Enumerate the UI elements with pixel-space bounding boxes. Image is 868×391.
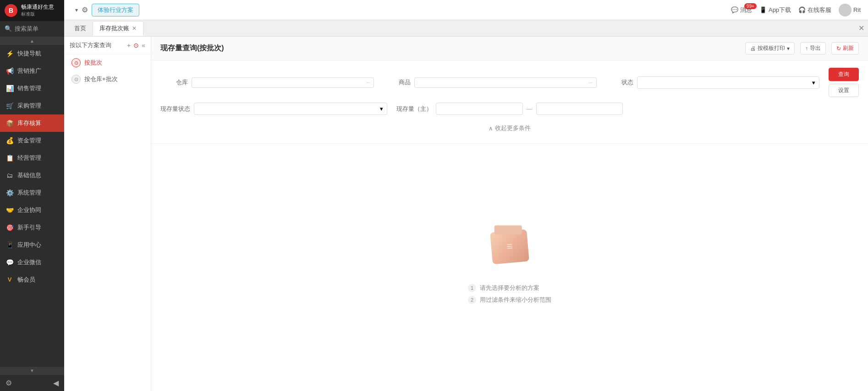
search-row-1: 仓库 ··· 商品 ··· [160,68,859,97]
sidebar-item-appstore[interactable]: 📱 应用中心 [0,236,64,254]
product-field: 商品 ··· [383,77,597,88]
settings-btn[interactable]: 设置 [829,84,859,97]
filter-item-by-warehouse-batch[interactable]: ⊙ 按仓库+批次 [64,71,151,87]
message-btn[interactable]: 💬 消息 99+ [731,6,752,14]
empty-tip-2: 2 用过滤条件来缩小分析范围 [468,296,551,304]
panel-close-btn[interactable]: ✕ [858,24,864,33]
app-download-btn[interactable]: 📱 App下载 [759,6,791,14]
newbie-icon: 🎯 [5,223,14,232]
sidebar-item-label: 资金管理 [17,136,41,145]
sidebar-item-label: 基础信息 [17,171,41,179]
sidebar-item-newbie[interactable]: 🎯 新手引导 [0,219,64,236]
topbar-dropdown-icon[interactable]: ▾ [75,7,78,13]
tab-close-icon[interactable]: ✕ [132,25,137,32]
refresh-label: 刷新 [843,44,854,52]
content-area: 按以下方案查询 + ⊙ « ⊙ 按批次 ⊙ 按仓库+批次 现存量查询(按批次) [64,37,868,391]
purchase-icon: 🛒 [5,102,14,110]
app-info: 畅康通好生意 标准版 [21,4,54,17]
empty-box-graphic [490,229,529,265]
sidebar-footer: ⚙ ◀ [0,375,64,391]
filter-section-title: 按以下方案查询 [70,41,111,49]
tab-batch-account-label: 库存批次账 [99,24,129,33]
sidebar-item-label: 应用中心 [17,241,41,249]
refresh-btn[interactable]: ↻ 刷新 [831,42,859,54]
filter-item-by-batch[interactable]: ⊙ 按批次 [64,54,151,71]
tabbar: 首页 库存批次账 ✕ ✕ [64,20,868,37]
sidebar-item-label: 营销推广 [17,67,41,75]
sidebar-search-label: 搜索菜单 [15,25,38,33]
sidebar-item-quick-nav[interactable]: ⚡ 快捷导航 [0,45,64,62]
empty-icon [482,231,537,277]
tab-home-label: 首页 [74,24,86,33]
query-btn[interactable]: 查询 [829,68,859,81]
sidebar-item-marketing[interactable]: 📢 营销推广 [0,62,64,80]
tab-batch-account[interactable]: 库存批次账 ✕ [93,21,143,36]
filter-by-batch-icon: ⊙ [71,58,81,67]
status-label: 状态 [606,78,633,87]
sidebar-item-label: 企业协同 [17,206,41,214]
tab-home[interactable]: 首页 [68,22,93,35]
sidebar-item-operation[interactable]: 📋 经营管理 [0,149,64,167]
sidebar-scroll-up[interactable]: ▲ [0,37,64,45]
sidebar-item-label: 采购管理 [17,102,41,110]
sidebar-item-basic[interactable]: 🗂 基础信息 [0,167,64,184]
sidebar-item-label: 新手引导 [17,223,41,232]
page-title: 现存量查询(按批次) [160,43,224,53]
collapse-conditions-btn[interactable]: ∧ 收起更多条件 [160,120,859,136]
filter-by-batch-label: 按批次 [84,59,102,67]
filter-settings-icon[interactable]: ⊙ [133,42,139,49]
export-btn[interactable]: ↑ 导出 [800,42,826,54]
stock-status-select[interactable]: ▾ [194,103,387,115]
sidebar-item-sales[interactable]: 📊 销售管理 [0,80,64,97]
stock-qty-label: 现存量（主） [396,105,432,113]
basic-icon: 🗂 [5,171,14,179]
product-input[interactable]: ··· [414,77,597,88]
collapse-icon: ∧ [489,125,493,132]
filter-add-icon[interactable]: + [127,42,131,49]
sidebar-item-purchase[interactable]: 🛒 采购管理 [0,97,64,114]
wechat-icon: 💬 [5,258,14,266]
empty-tips: 1 请先选择要分析的方案 2 用过滤条件来缩小分析范围 [468,284,551,304]
product-label: 商品 [383,78,411,87]
settings-footer-icon[interactable]: ⚙ [5,379,12,387]
status-select[interactable]: ▾ [637,76,819,89]
customer-service-btn[interactable]: 🎧 在线客服 [798,6,831,14]
trial-btn[interactable]: 体验行业方案 [92,4,139,16]
sidebar-item-label: 系统管理 [17,189,41,197]
sidebar-item-inventory[interactable]: 📦 库存核算 [0,114,64,132]
sidebar-scroll-down[interactable]: ▼ [0,367,64,375]
topbar-gear-icon[interactable]: ⚙ [82,5,88,14]
print-btn[interactable]: 🖨 按模板打印 ▾ [745,42,795,54]
export-icon: ↑ [805,45,808,52]
filter-panel-header: 按以下方案查询 + ⊙ « [64,37,151,54]
collapse-sidebar-icon[interactable]: ◀ [53,379,59,387]
sidebar-item-wechat[interactable]: 💬 企业微信 [0,254,64,271]
empty-state: 1 请先选择要分析的方案 2 用过滤条件来缩小分析范围 [151,144,868,391]
user-name: Rit [853,6,861,13]
sidebar-item-finance[interactable]: 💰 资金管理 [0,132,64,149]
sidebar-item-enterprise[interactable]: 🤝 企业协同 [0,201,64,219]
finance-icon: 💰 [5,136,14,145]
sidebar: B 畅康通好生意 标准版 🔍 搜索菜单 ▲ ⚡ 快捷导航 📢 营销推广 📊 销售… [0,0,64,391]
sidebar-item-system[interactable]: ⚙️ 系统管理 [0,184,64,201]
stock-status-field: 现存量状态 ▾ [160,103,387,115]
print-icon: 🖨 [750,45,756,52]
customer-service-label: 在线客服 [808,6,831,14]
warehouse-input[interactable]: ··· [192,77,374,88]
main-content: 现存量查询(按批次) 🖨 按模板打印 ▾ ↑ 导出 ↻ 刷新 [151,37,868,391]
collapse-label: 收起更多条件 [495,124,531,132]
stock-status-dropdown-icon: ▾ [380,105,383,112]
sidebar-item-label: 库存核算 [17,119,41,127]
system-icon: ⚙️ [5,189,14,197]
product-more-icon[interactable]: ··· [589,80,593,85]
sidebar-item-label: 销售管理 [17,84,41,92]
app-download-label: App下载 [769,6,791,14]
sidebar-search[interactable]: 🔍 搜索菜单 [0,21,64,37]
user-btn[interactable]: Rit [839,4,861,16]
sidebar-item-vip[interactable]: V 畅会员 [0,271,64,288]
stock-qty-to[interactable] [536,103,623,115]
stock-qty-from[interactable] [436,103,523,115]
filter-collapse-icon[interactable]: « [142,42,145,49]
warehouse-more-icon[interactable]: ··· [366,80,370,85]
vip-icon: V [5,276,14,284]
